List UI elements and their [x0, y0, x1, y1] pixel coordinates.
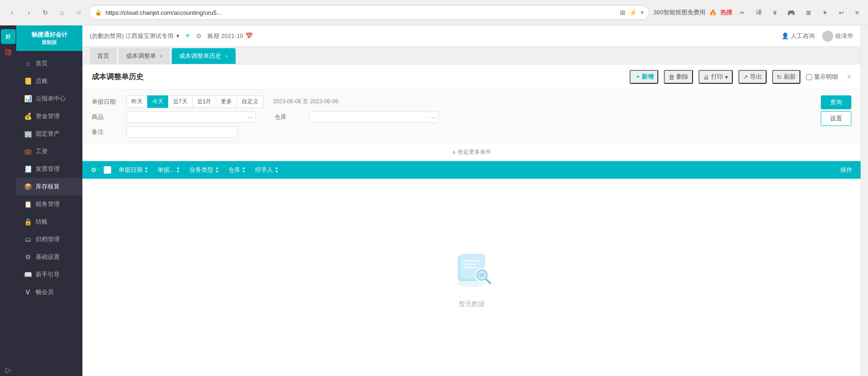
- reload-button[interactable]: ↻: [39, 6, 52, 19]
- grid-btn[interactable]: ⊞: [802, 7, 815, 18]
- new-btn[interactable]: + 新增: [630, 70, 658, 84]
- service-icon: 👤: [781, 32, 789, 39]
- translate-btn[interactable]: 译: [752, 6, 766, 19]
- date-btn-1month[interactable]: 近1月: [192, 95, 216, 108]
- rail-weibo-icon[interactable]: 微: [2, 46, 15, 59]
- th-handler[interactable]: 经手人 ▲▼: [250, 166, 283, 174]
- sidebar-label-inventory: 库存核算: [36, 182, 60, 191]
- date-buttons: 昨天 今天 近7天 近1月 更多 自定义: [126, 95, 263, 108]
- page-tabs: 首页 成本调整单 × 成本调整单历史 ×: [82, 47, 861, 64]
- delete-btn[interactable]: 🗑 删除: [664, 70, 693, 84]
- th-settings-icon[interactable]: ⚙: [86, 161, 101, 179]
- game-btn[interactable]: 🎮: [784, 7, 799, 18]
- settings-icon: ⚙: [24, 253, 32, 261]
- sidebar-item-ledger[interactable]: 📒 总账: [16, 72, 82, 90]
- show-columns-checkbox[interactable]: [806, 74, 812, 80]
- th-biz-type[interactable]: 业务类型 ▲▼: [185, 166, 224, 174]
- export-btn[interactable]: ↗ 导出: [738, 70, 767, 84]
- rail-bottom-icon[interactable]: ▷: [2, 363, 15, 376]
- fixed-icon: 🏢: [24, 130, 32, 138]
- sidebar-item-inventory[interactable]: 📦 库存核算: [16, 178, 82, 195]
- sidebar-item-reports[interactable]: 📊 云报表中心: [16, 90, 82, 107]
- right-scroll-panel: [861, 25, 868, 376]
- svg-rect-9: [479, 274, 485, 275]
- table-area: ⚙ 单据日期 ▲▼ 单据... ▲▼: [82, 161, 861, 376]
- date-btn-yesterday[interactable]: 昨天: [126, 95, 147, 108]
- app-grid-icon: ⊞: [620, 9, 625, 16]
- brightness-btn[interactable]: ☀: [818, 7, 831, 18]
- sidebar-item-guide[interactable]: 📖 新手引导: [16, 266, 82, 283]
- user-btn[interactable]: 徐泽华: [822, 31, 853, 42]
- goods-label: 商品: [92, 113, 117, 121]
- top-bar-right: 👤 人工咨询 徐泽华: [781, 31, 853, 42]
- tab-home[interactable]: 首页: [90, 48, 117, 64]
- address-bar[interactable]: 🔒 https://cloud.chanjet.com/accounting/u…: [89, 5, 649, 20]
- back-button[interactable]: ‹: [6, 6, 19, 19]
- empty-text: 暂无数据: [459, 300, 485, 308]
- query-btn[interactable]: 查询: [821, 95, 851, 109]
- rail-app-icon[interactable]: 好: [1, 29, 16, 44]
- tab-cost-adjust-history-close[interactable]: ×: [225, 53, 228, 59]
- home-button[interactable]: ⌂: [56, 6, 69, 19]
- sidebar-item-fixed[interactable]: 🏢 固定资产: [16, 125, 82, 143]
- sidebar-nav: ⌂ 首页 📒 总账 📊 云报表中心 💰 资金管理 🏢 固定资产 💼 工资: [16, 51, 82, 376]
- svg-line-8: [487, 280, 490, 283]
- th-date[interactable]: 单据日期 ▲▼: [114, 166, 153, 174]
- tab-cost-adjust-close[interactable]: ×: [160, 53, 162, 59]
- sidebar-item-close[interactable]: 🔒 结账: [16, 213, 82, 231]
- sidebar-item-settings[interactable]: ⚙ 基础设置: [16, 248, 82, 266]
- refresh-btn[interactable]: ↻ 刷新: [772, 70, 800, 84]
- calendar-icon: 📅: [245, 32, 253, 39]
- svg-rect-3: [463, 260, 480, 262]
- sidebar-item-tax[interactable]: 📋 税务管理: [16, 195, 82, 213]
- sidebar-label-archive: 归档管理: [36, 235, 60, 244]
- warehouse-input[interactable]: [309, 112, 439, 123]
- sidebar-item-archive[interactable]: 🗂 归档管理: [16, 231, 82, 248]
- bookmark-button[interactable]: ☆: [72, 6, 85, 19]
- sidebar-label-ledger: 总账: [36, 77, 48, 85]
- note-input[interactable]: [126, 126, 237, 138]
- collapse-bar: ∧ 收起更多条件: [82, 144, 861, 161]
- tab-cost-adjust[interactable]: 成本调整单 ×: [119, 48, 170, 64]
- sidebar-item-vip[interactable]: V 畅会员: [16, 283, 82, 301]
- print-dropdown-icon: ▾: [725, 74, 728, 81]
- close-page-btn[interactable]: ×: [847, 73, 851, 81]
- undo-btn[interactable]: ↩: [835, 7, 848, 18]
- date-filter-label: 单据日期: [92, 98, 117, 106]
- hot-search-icon: 🔥: [709, 9, 717, 16]
- add-company-btn[interactable]: +: [185, 31, 190, 41]
- company-selector[interactable]: (勿删勿禁用) 江西服宝测试专用 ▾: [90, 32, 180, 40]
- filter-settings-btn[interactable]: 设置: [821, 111, 851, 126]
- date-btn-7days[interactable]: 近7天: [168, 95, 192, 108]
- tab-cost-adjust-history[interactable]: 成本调整单历史 ×: [172, 48, 235, 64]
- collapse-btn[interactable]: ∧ 收起更多条件: [446, 146, 497, 158]
- collapse-label: 收起更多条件: [458, 148, 491, 156]
- sidebar-item-payroll[interactable]: 💼 工资: [16, 143, 82, 160]
- forward-button[interactable]: ›: [22, 6, 35, 19]
- vip-icon: V: [24, 288, 32, 296]
- print-btn[interactable]: 🖨 打印 ▾: [699, 70, 733, 84]
- th-warehouse-label: 仓库: [228, 166, 240, 174]
- filter-right-btns: 查询 设置: [821, 95, 851, 126]
- sidebar-item-invoice[interactable]: 🧾 发票管理: [16, 160, 82, 178]
- th-doc-no[interactable]: 单据... ▲▼: [153, 166, 185, 174]
- service-btn[interactable]: 👤 人工咨询: [781, 32, 815, 40]
- goods-input[interactable]: [126, 112, 256, 123]
- date-btn-more[interactable]: 更多: [216, 95, 237, 108]
- sidebar-label-guide: 新手引导: [36, 270, 60, 279]
- th-warehouse[interactable]: 仓库 ▲▼: [224, 166, 250, 174]
- date-btn-custom[interactable]: 自定义: [237, 95, 263, 108]
- date-btn-today[interactable]: 今天: [147, 95, 168, 108]
- scissors-btn[interactable]: ✂: [736, 7, 749, 18]
- show-columns-wrap: 显示明细: [806, 73, 838, 81]
- filter-row-date: 单据日期 昨天 今天 近7天 近1月 更多 自定义 2023-06-06: [92, 95, 810, 108]
- sidebar-label-tax: 税务管理: [36, 200, 60, 208]
- sidebar-item-funds[interactable]: 💰 资金管理: [16, 107, 82, 125]
- menu-btn[interactable]: ≡: [851, 7, 862, 18]
- th-select-all-checkbox[interactable]: [104, 166, 111, 174]
- wallet-btn[interactable]: ¥: [769, 7, 780, 18]
- filter-row-goods: 商品 ··· 仓库 ···: [92, 112, 810, 123]
- sidebar-item-home[interactable]: ⌂ 首页: [16, 55, 82, 72]
- company-settings-btn[interactable]: ⚙: [196, 32, 202, 40]
- th-doc-sort: ▲▼: [176, 166, 180, 174]
